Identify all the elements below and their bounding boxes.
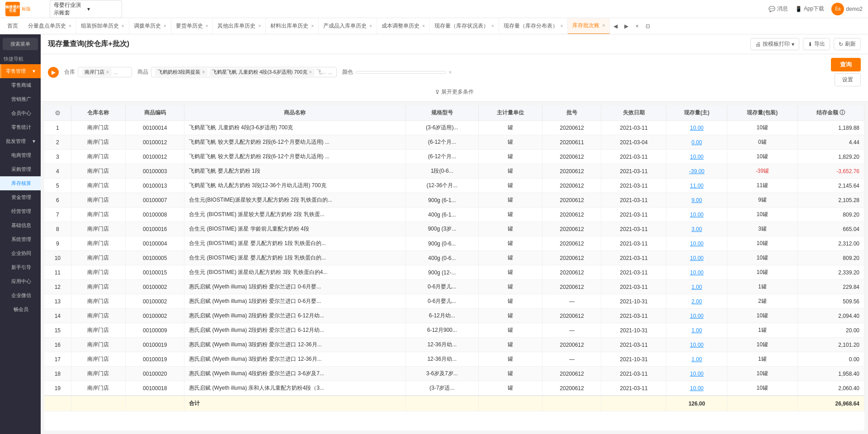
tab-ku-cun-pi[interactable]: 库存批次账 × [568,18,610,34]
setting-btn[interactable]: 设置 [835,73,861,86]
sidebar-item-vip-member[interactable]: 畅会员 [0,302,41,316]
tab-close[interactable]: × [122,24,124,28]
tab-close[interactable]: × [311,24,314,28]
product-tag-1-close[interactable]: × [202,70,205,75]
sidebar: 搜索菜单 快捷导航 零售管理 ▼ 零售商城 营销推广 会员中心 零售统计 批发管… [0,34,41,434]
warehouse-tag-group[interactable]: 南岸门店 × ... [78,67,132,77]
tab-close[interactable]: × [206,24,208,28]
cell-qty-main[interactable]: 2.00 [666,294,727,309]
cell-qty-main[interactable]: 10.00 [666,367,727,381]
tab-close[interactable]: × [69,24,71,28]
tab-bar: 首页 分量盘点单历史 × 组装拆卸单历史 × 调拨单历史 × 要货单历史 × 其… [0,18,868,34]
sidebar-item-member-center[interactable]: 会员中心 [0,106,41,120]
sidebar-item-retail-mgmt[interactable]: 零售管理 ▼ [0,64,41,78]
tab-cai-liao-chu[interactable]: 材料出库单历史 × [266,18,319,34]
sidebar-item-marketing[interactable]: 营销推广 [0,92,41,106]
cell-warehouse: 南岸门店 [71,352,126,367]
table-row: 18 南岸门店 00100020 惠氏启赋 (Wyeth illuma) 4段奶… [44,367,864,381]
tab-zu-zhuang[interactable]: 组装拆卸单历史 × [76,18,129,34]
user-menu[interactable]: Ea demo2 [831,3,863,15]
sidebar-item-enterprise-wechat[interactable]: 企业微信 [0,288,41,302]
cell-unit: 罐 [478,323,542,338]
tab-yao-huo[interactable]: 要货单历史 × [171,18,213,34]
expand-more-btn[interactable]: ⊽ 展开更多条件 [48,86,861,98]
industry-select[interactable]: 母婴行业演示账套 ▾ [50,0,122,18]
filter-toggle-btn[interactable]: ▶ [48,67,59,78]
tab-home[interactable]: 首页 [2,22,24,30]
cell-qty-pkg: 0罐 [727,135,798,150]
sidebar-item-basic-info[interactable]: 基础信息 [0,218,41,232]
sidebar-item-app-center[interactable]: 应用中心 [0,274,41,288]
tab-xian-cun-fen[interactable]: 现存量（库存分布表） × [499,18,568,34]
tab-close[interactable]: × [602,23,605,28]
tab-close[interactable]: × [561,24,563,28]
cell-code: 00100007 [126,193,184,208]
tab-close[interactable]: × [164,24,166,28]
cell-qty-main[interactable]: 10.00 [666,236,727,251]
sidebar-item-inventory-check[interactable]: 库存核算 [0,176,41,190]
tab-close[interactable]: × [258,24,261,28]
tab-diao-bo[interactable]: 调拨单历史 × [129,18,171,34]
cell-qty-main[interactable]: 10.00 [666,381,727,396]
tab-close[interactable]: × [422,24,425,28]
sidebar-item-finance-mgmt[interactable]: 资金管理 [0,190,41,204]
cell-qty-main[interactable]: 1.00 [666,323,727,338]
table-row: 6 南岸门店 00100007 合生元(BIOSTIME)派星较大婴儿配方奶粉 … [44,193,864,208]
cell-qty-main[interactable]: 10.00 [666,265,727,280]
tab-close[interactable]: × [369,24,372,28]
tab-fen-pan[interactable]: 分量盘点单历史 × [24,18,76,34]
product-tag-group[interactable]: 飞鹤奶粉3段两提装 × 飞鹤星飞帆 儿童奶粉 4段(3-6岁适用) 700克 ×… [151,67,337,77]
cell-qty-pkg: 10罐 [727,208,798,222]
cell-qty-main[interactable]: 10.00 [666,338,727,352]
cell-amount: 2,312.00 [797,236,864,251]
tab-menu[interactable]: ⊡ [642,18,653,34]
cell-qty-main[interactable]: 10.00 [666,121,727,135]
cell-qty-main[interactable]: 0.00 [666,135,727,150]
sidebar-item-enterprise-coop[interactable]: 企业协同 [0,246,41,260]
product-tag-2-close[interactable]: × [309,70,312,75]
tab-chan-pin-ru[interactable]: 产成品入库单历史 × [319,18,377,34]
cell-unit: 罐 [478,193,542,208]
sidebar-item-purchase-mgmt[interactable]: 采购管理 [0,162,41,176]
sidebar-item-ops-mgmt[interactable]: 经营管理 [0,204,41,218]
tab-nav-next[interactable]: ▶ [621,18,632,34]
tab-close[interactable]: × [491,24,494,28]
product-tag-2: 飞鹤星飞帆 儿童奶粉 4段(3-6岁适用) 700克 × [209,68,315,76]
tab-cheng-ben-diao[interactable]: 成本调整单历史 × [377,18,430,34]
sidebar-item-ecommerce-mgmt[interactable]: 电商管理 [0,148,41,162]
tab-qi-ta-chu[interactable]: 其他出库单历史 × [213,18,266,34]
cell-qty-main[interactable]: -39.00 [666,164,727,179]
tab-close-all[interactable]: × [632,18,642,34]
cell-qty-main[interactable]: 10.00 [666,309,727,323]
cell-spec: (12-36个月... [406,179,478,193]
cell-qty-main[interactable]: 1.00 [666,352,727,367]
th-unit: 主计量单位 [478,105,542,121]
cell-no: 7 [44,208,71,222]
color-tag-group[interactable] [356,71,446,74]
cell-qty-main[interactable]: 10.00 [666,251,727,265]
cell-qty-main[interactable]: 10.00 [666,208,727,222]
cell-spec: 6-12月幼... [406,309,478,323]
sidebar-item-wholesale-mgmt[interactable]: 批发管理 ▼ [0,134,41,148]
cell-warehouse: 南岸门店 [71,135,126,150]
template-print-btn[interactable]: 🖨 按模板打印 ▾ [750,38,799,50]
message-btn[interactable]: 💬 消息 [769,5,788,13]
export-btn[interactable]: ⬇ 导出 [803,38,830,50]
search-menu-btn[interactable]: 搜索菜单 [3,38,38,50]
sidebar-item-retail-stats[interactable]: 零售统计 [0,120,41,134]
warehouse-tag-close[interactable]: × [106,70,109,75]
tab-nav-prev[interactable]: ◀ [610,18,621,34]
app-download-btn[interactable]: 📱 App下载 [795,5,824,13]
cell-qty-main[interactable]: 11.00 [666,179,727,193]
query-btn[interactable]: 查询 [831,58,861,71]
cell-qty-main[interactable]: 9.00 [666,193,727,208]
cell-qty-main[interactable]: 1.00 [666,280,727,294]
cell-qty-main[interactable]: 3.00 [666,222,727,236]
tab-xian-cun-ku[interactable]: 现存量（库存状况表） × [430,18,499,34]
cell-qty-main[interactable]: 10.00 [666,150,727,164]
sidebar-item-new-guide[interactable]: 新手引导 [0,260,41,274]
refresh-btn[interactable]: ↻ 刷新 [834,38,861,50]
sidebar-item-retail-shop[interactable]: 零售商城 [0,78,41,92]
sidebar-item-sys-mgmt[interactable]: 系统管理 [0,232,41,246]
th-settings[interactable]: ⚙ [44,105,71,121]
